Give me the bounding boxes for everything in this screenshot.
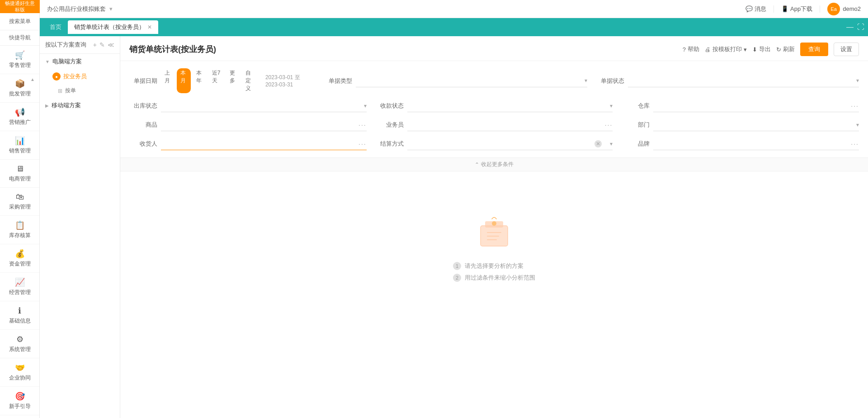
receiver-field[interactable]: ···	[161, 138, 367, 150]
schema-item-by-salesman[interactable]: ● 按业务员	[40, 69, 120, 84]
date-tab-this-month[interactable]: 本月	[177, 68, 191, 93]
doc-type-input[interactable]	[356, 77, 587, 84]
minimize-icon[interactable]: —	[846, 23, 854, 31]
brand-field[interactable]: ···	[653, 138, 859, 150]
sidebar-item-purchase[interactable]: 🛍 采购管理	[0, 188, 39, 216]
settings-btn[interactable]: 设置	[834, 43, 859, 56]
doc-status-input[interactable]	[628, 77, 859, 84]
goods-dots-icon[interactable]: ···	[359, 121, 367, 128]
sidebar-item-inventory[interactable]: 📋 库存核算	[0, 216, 39, 244]
refresh-btn[interactable]: ↻ 刷新	[776, 45, 795, 53]
export-label: 导出	[759, 45, 771, 53]
management-icon: 📈	[15, 277, 25, 287]
tab-close-icon[interactable]: ✕	[147, 24, 152, 30]
top-header: 办公用品行业模拟账套 ▾ 💬 消息 📱 App下载 Ea demo2	[40, 0, 868, 18]
payment-status-input[interactable]	[407, 102, 613, 109]
stock-status-label: 出库状态	[129, 102, 161, 110]
doc-status-field[interactable]: ▾	[628, 75, 859, 87]
settlement-clear-icon[interactable]: ✕	[594, 140, 602, 147]
sidebar-label-management: 经营管理	[9, 289, 31, 296]
collapse-more-btn[interactable]: ⌃ 收起更多条件	[475, 161, 514, 168]
user-menu-btn[interactable]: Ea demo2	[827, 3, 861, 15]
tip-num-1: 1	[453, 262, 461, 270]
sidebar-item-collab[interactable]: 🤝 企业协同	[0, 358, 39, 387]
empty-state: 1 请先选择要分析的方案 2 用过滤条件来缩小分析范围	[120, 171, 868, 318]
warehouse-label: 仓库	[622, 102, 653, 110]
group-expand-arrow: ▼	[45, 59, 50, 64]
sidebar-label-guide: 新手引导	[9, 403, 31, 410]
query-btn[interactable]: 查询	[800, 43, 828, 56]
tab-sales-stat[interactable]: 销货单统计表（按业务员） ✕	[68, 20, 158, 34]
settlement-dropdown-icon[interactable]: ▾	[610, 141, 613, 147]
doc-status-dropdown-icon[interactable]: ▾	[856, 77, 859, 84]
edit-schema-icon[interactable]: ✎	[99, 41, 105, 48]
stock-status-field[interactable]: ▾	[161, 100, 367, 112]
brand-dots-icon[interactable]: ···	[851, 140, 859, 147]
app-download-btn[interactable]: 📱 App下载	[781, 5, 812, 13]
payment-status-dropdown-icon[interactable]: ▾	[610, 103, 613, 109]
sidebar-item-marketing[interactable]: 📢 营销推广	[0, 103, 39, 131]
brand-label: 品牌	[622, 140, 653, 148]
tab-home-label: 首页	[50, 23, 61, 31]
schema-group-mobile-header[interactable]: ▶ 移动端方案	[40, 98, 120, 113]
schema-group-desktop-header[interactable]: ▼ 电脑端方案	[40, 54, 120, 69]
settlement-input[interactable]	[407, 140, 613, 147]
maximize-icon[interactable]: ⛶	[857, 23, 864, 31]
warehouse-input[interactable]	[653, 102, 859, 109]
doc-type-dropdown-icon[interactable]: ▾	[585, 77, 587, 84]
receiver-input[interactable]	[161, 140, 367, 147]
settlement-field[interactable]: ✕ ▾	[407, 138, 613, 150]
sidebar-item-management[interactable]: 📈 经营管理	[0, 273, 39, 301]
sidebar-item-apps[interactable]: ▦ 应用中心	[0, 415, 39, 418]
sidebar-item-sales[interactable]: 📊 销售管理	[0, 131, 39, 160]
sidebar-item-guide[interactable]: 🎯 新手引导	[0, 387, 39, 415]
department-field[interactable]: ▾	[653, 119, 859, 131]
goods-input[interactable]	[161, 121, 367, 128]
add-schema-icon[interactable]: +	[93, 41, 97, 48]
date-tab-last-month[interactable]: 上月	[161, 68, 175, 93]
sidebar-item-finance[interactable]: 💰 资金管理	[0, 244, 39, 273]
logo-subtext: 标版	[15, 6, 25, 13]
collapse-panel-icon[interactable]: ≪	[108, 41, 114, 48]
help-btn[interactable]: ? 帮助	[683, 45, 699, 53]
date-tab-custom[interactable]: 自定义	[242, 68, 259, 93]
page-title: 销货单统计表(按业务员)	[129, 44, 216, 55]
doc-type-field[interactable]: ▾	[356, 75, 587, 87]
tab-bar-expand-btn[interactable]: — ⛶	[846, 23, 864, 31]
department-input[interactable]	[653, 121, 859, 128]
help-label: 帮助	[688, 45, 699, 53]
sidebar-item-ecommerce[interactable]: 🖥 电商管理	[0, 160, 39, 188]
header-right: 💬 消息 📱 App下载 Ea demo2	[745, 3, 861, 15]
sidebar-item-basic[interactable]: ℹ 基础信息	[0, 301, 39, 330]
industry-dropdown-icon[interactable]: ▾	[109, 5, 113, 12]
warehouse-dots-icon[interactable]: ···	[851, 102, 859, 109]
receiver-dots-icon[interactable]: ···	[359, 140, 367, 147]
print-btn[interactable]: 🖨 按模板打印 ▾	[705, 45, 747, 53]
sidebar-item-retail[interactable]: 🛒 零售管理	[0, 46, 39, 74]
department-dropdown-icon[interactable]: ▾	[856, 122, 859, 128]
tab-sales-stat-label: 销货单统计表（按业务员）	[74, 23, 145, 31]
goods-field[interactable]: ···	[161, 119, 367, 131]
salesman-field[interactable]: ···	[407, 119, 613, 131]
stock-status-dropdown-icon[interactable]: ▾	[364, 103, 367, 109]
sidebar-label-marketing: 营销推广	[9, 119, 31, 126]
quick-nav-item[interactable]: 快捷导航	[0, 30, 39, 46]
tab-home[interactable]: 首页	[43, 20, 68, 34]
salesman-dots-icon[interactable]: ···	[605, 121, 613, 128]
message-btn[interactable]: 💬 消息	[745, 5, 766, 13]
date-tab-more[interactable]: 更多	[226, 68, 240, 93]
date-tab-7days[interactable]: 近7天	[208, 68, 224, 93]
date-tab-this-year[interactable]: 本年	[193, 68, 207, 93]
salesman-input[interactable]	[407, 121, 613, 128]
stock-status-input[interactable]	[161, 102, 367, 109]
brand-input[interactable]	[653, 140, 859, 147]
sidebar-item-wholesale[interactable]: 📦 批发管理 ▲	[0, 74, 39, 103]
payment-status-field[interactable]: ▾	[407, 100, 613, 112]
date-label: 单据日期	[129, 77, 161, 85]
search-menu-item[interactable]: 搜索菜单	[0, 13, 39, 30]
export-btn[interactable]: ⬇ 导出	[752, 45, 771, 53]
schema-group-mobile: ▶ 移动端方案	[40, 98, 120, 113]
sidebar-item-system[interactable]: ⚙ 系统管理	[0, 330, 39, 358]
warehouse-field[interactable]: ···	[653, 100, 859, 112]
schema-sub-item-by-order[interactable]: ⊞ 按单	[40, 84, 120, 98]
